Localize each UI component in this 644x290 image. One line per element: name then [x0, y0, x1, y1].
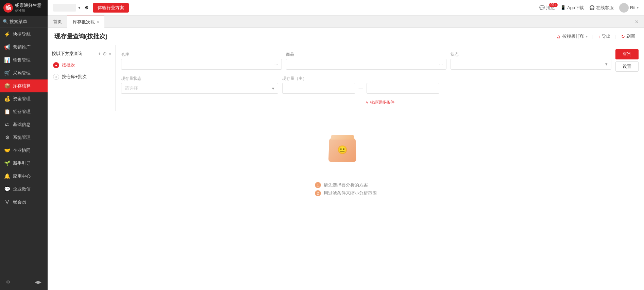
- scheme-settings-btn[interactable]: ⊙: [103, 51, 107, 56]
- tab-home[interactable]: 首页: [48, 16, 67, 28]
- breadcrumb: ▾: [53, 4, 81, 12]
- sidebar-item-inventory[interactable]: 📦 库存核算: [0, 79, 48, 92]
- search-label: 搜索菜单: [10, 19, 27, 25]
- app-center-icon: 🔔: [4, 173, 10, 179]
- filter-form: 仓库 ··· 商品 ···: [116, 45, 644, 111]
- online-service-btn[interactable]: 🎧 在线客服: [589, 5, 614, 11]
- app-logo: 畅: [3, 3, 13, 13]
- app-download-btn[interactable]: 📱 App下载: [560, 5, 584, 11]
- sidebar-item-guide[interactable]: 🌱 新手引导: [0, 157, 48, 170]
- divider1: |: [592, 34, 593, 39]
- divider2: |: [615, 34, 616, 39]
- sidebar-bottom: ⚙ ◀▶: [0, 274, 48, 290]
- sidebar-item-basic[interactable]: 🗂 基础信息: [0, 118, 48, 131]
- sidebar-item-enterprise[interactable]: 🤝 企业协同: [0, 144, 48, 157]
- wechat-icon: 💬: [4, 186, 10, 192]
- experience-btn[interactable]: 体验行业方案: [93, 3, 129, 13]
- sidebar-item-label: 快捷导航: [13, 31, 31, 37]
- scheme-header: 按以下方案查询 + ⊙ «: [48, 49, 115, 59]
- print-icon: 🖨: [557, 34, 561, 39]
- scheme-add-btn[interactable]: +: [98, 51, 101, 56]
- inventory-icon: 📦: [4, 83, 10, 89]
- sidebar-item-system[interactable]: ⚙ 系统管理: [0, 131, 48, 144]
- message-icon: 💬: [539, 5, 545, 10]
- tab-close-btn[interactable]: ×: [97, 16, 99, 28]
- sidebar-item-operations[interactable]: 📋 经营管理: [0, 105, 48, 118]
- scheme-item-warehouse-batch[interactable]: ○ 按仓库+批次: [48, 71, 115, 83]
- print-label: 按模板打印: [562, 33, 584, 39]
- stock-status-value: 请选择: [125, 85, 138, 91]
- filter-settings-btn[interactable]: 设置: [615, 61, 639, 72]
- quantity-label: 现存量（主）: [282, 76, 439, 81]
- scheme-inactive-dot: ○: [53, 74, 59, 80]
- sidebar-item-wechat[interactable]: 💬 企业微信: [0, 183, 48, 196]
- user-menu[interactable]: Rit ▾: [619, 3, 639, 13]
- status-select[interactable]: ▾: [451, 59, 611, 70]
- tab-inventory-batch[interactable]: 库存批次账 ×: [67, 16, 104, 28]
- hint-num-1: 1: [315, 182, 321, 188]
- refresh-btn[interactable]: ↻ 刷新: [619, 32, 637, 41]
- hint-num-2: 2: [315, 190, 321, 196]
- quantity-dash: —: [357, 86, 365, 91]
- warehouse-dots-icon[interactable]: ···: [274, 61, 278, 67]
- product-input[interactable]: ···: [286, 59, 447, 70]
- empty-hints: 1 请先选择要分析的方案 2 用过滤条件来缩小分析范围: [315, 180, 377, 198]
- status-label: 状态: [451, 52, 611, 57]
- sidebar-toggle-btn[interactable]: ◀▶: [31, 277, 45, 287]
- sidebar-item-label: 应用中心: [13, 173, 31, 179]
- hint-text-2: 用过滤条件来缩小分析范围: [324, 190, 377, 196]
- scheme-item-batch[interactable]: ● 按批次: [48, 59, 115, 71]
- sidebar-item-sales[interactable]: 📊 销售管理: [0, 54, 48, 67]
- settings-gear-btn[interactable]: ⚙: [3, 277, 14, 287]
- page-actions: 🖨 按模板打印 ▾ | ↑ 导出 | ↻ 刷新: [555, 32, 637, 41]
- finance-icon: 💰: [4, 96, 10, 102]
- page-header: 现存量查询(按批次) 🖨 按模板打印 ▾ | ↑ 导出 | ↻ 刷新: [48, 28, 644, 45]
- tab-close-main-btn[interactable]: ×: [629, 16, 644, 28]
- user-avatar: [619, 3, 629, 13]
- sidebar-item-label: 系统管理: [13, 134, 31, 141]
- sidebar-item-label: 企业协同: [13, 147, 31, 153]
- product-dots-icon[interactable]: ···: [439, 61, 443, 67]
- marketing-icon: 📢: [4, 44, 10, 50]
- empty-illustration: 😐: [329, 138, 363, 172]
- sidebar-item-marketing[interactable]: 📢 营销推广: [0, 41, 48, 54]
- messages-btn[interactable]: 💬 消息 99+: [539, 5, 555, 11]
- headset-icon: 🎧: [589, 5, 595, 10]
- stock-status-select[interactable]: 请选择 ▾: [121, 83, 278, 94]
- warehouse-field: 仓库 ···: [121, 52, 282, 70]
- topbar-left: ▾ ⚙ 体验行业方案: [53, 3, 129, 13]
- basic-icon: 🗂: [4, 122, 10, 127]
- sidebar-item-finance[interactable]: 💰 资金管理: [0, 92, 48, 105]
- sales-icon: 📊: [4, 57, 10, 63]
- collapse-more-btn[interactable]: ∧ 收起更多条件: [121, 98, 639, 107]
- settings-btn[interactable]: ⚙: [85, 5, 89, 10]
- export-btn[interactable]: ↑ 导出: [596, 32, 613, 41]
- scheme-collapse-btn[interactable]: «: [109, 51, 111, 56]
- refresh-icon: ↻: [621, 34, 625, 39]
- sidebar-item-label: 畅会员: [13, 199, 26, 205]
- filter-row-2: 现存量状态 请选择 ▾ 现存量（主） —: [121, 76, 639, 94]
- sidebar-header: 畅 畅康通好生意 标准版: [0, 0, 48, 16]
- search-icon: 🔍: [3, 19, 8, 24]
- export-icon: ↑: [598, 34, 600, 39]
- app-download-label: App下载: [567, 5, 584, 11]
- sidebar-item-purchase[interactable]: 🛒 采购管理: [0, 67, 48, 79]
- print-dropdown-icon: ▾: [586, 35, 588, 38]
- sidebar-item-member[interactable]: V 畅会员: [0, 196, 48, 209]
- topbar-right: 💬 消息 99+ 📱 App下载 🎧 在线客服 Rit ▾: [539, 3, 639, 13]
- stock-status-field: 现存量状态 请选择 ▾: [121, 76, 278, 94]
- quantity-max-input[interactable]: [367, 83, 440, 94]
- sidebar-item-app-center[interactable]: 🔔 应用中心: [0, 170, 48, 183]
- export-label: 导出: [602, 33, 611, 39]
- search-menu-item[interactable]: 🔍 搜索菜单: [0, 16, 48, 28]
- print-btn[interactable]: 🖨 按模板打印 ▾: [555, 32, 590, 41]
- sidebar-item-label: 企业微信: [13, 186, 31, 192]
- system-icon: ⚙: [4, 134, 10, 141]
- warehouse-input[interactable]: ···: [121, 59, 282, 70]
- empty-state: 😐 1 请先选择要分析的方案 2 用过滤条件来缩小分析范围: [48, 111, 644, 225]
- query-btn[interactable]: 查询: [615, 49, 639, 59]
- sidebar-item-quick-nav[interactable]: ⚡ 快捷导航: [0, 28, 48, 41]
- member-icon: V: [4, 199, 10, 205]
- scheme-item-label: 按批次: [62, 62, 75, 68]
- quantity-min-input[interactable]: [282, 83, 355, 94]
